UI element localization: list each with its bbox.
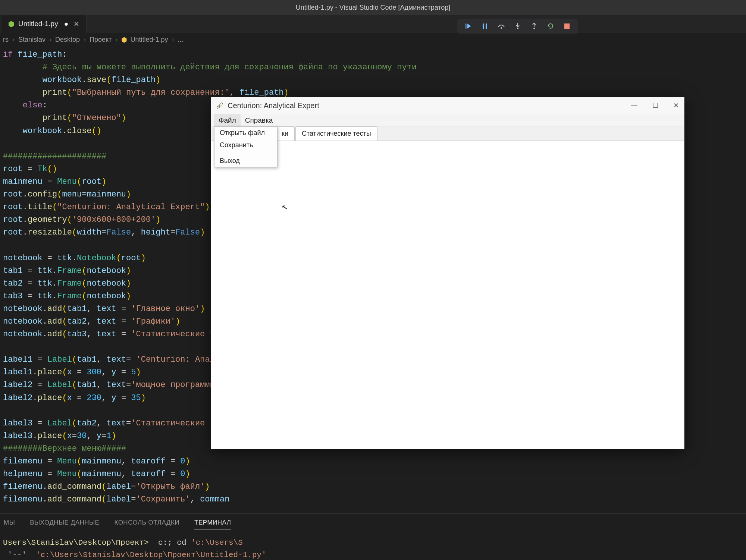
tk-tab-stats[interactable]: Статистические тесты: [295, 126, 377, 141]
debug-toolbar: [457, 19, 578, 34]
step-out-icon[interactable]: [530, 22, 538, 30]
minimize-icon[interactable]: —: [631, 101, 637, 110]
chevron-right-icon: ›: [115, 36, 117, 44]
tk-titlebar[interactable]: 🖋 Centurion: Analytical Expert — ☐ ✕: [211, 97, 684, 114]
panel-tabstrip: МЫ ВЫХОДНЫЕ ДАННЫЕ КОНСОЛЬ ОТЛАДКИ ТЕРМИ…: [0, 513, 746, 535]
tk-menu-separator: [215, 153, 276, 153]
tk-menuitem-exit[interactable]: Выход: [214, 155, 277, 167]
restart-icon[interactable]: [547, 22, 554, 30]
vscode-titlebar: Untitled-1.py - Visual Studio Code [Адми…: [0, 0, 746, 15]
chevron-right-icon: ›: [84, 36, 86, 44]
tk-window-title: Centurion: Analytical Expert: [228, 101, 319, 110]
crumb-file[interactable]: ⬢Untitled-1.py: [121, 36, 168, 44]
tab-dirty-indicator: ●: [64, 20, 68, 28]
close-icon[interactable]: ✕: [73, 20, 79, 28]
crumb-segment[interactable]: Desktop: [55, 36, 80, 44]
crumb-tail[interactable]: ...: [178, 36, 183, 44]
svg-rect-6: [564, 23, 570, 29]
editor-tab-untitled[interactable]: ⬢ Untitled-1.py ● ✕: [1, 15, 87, 33]
svg-point-3: [501, 27, 502, 29]
panel-tab-debug-console[interactable]: КОНСОЛЬ ОТЛАДКИ: [114, 519, 179, 529]
chevron-right-icon: ›: [172, 36, 174, 44]
step-into-icon[interactable]: [514, 22, 521, 30]
python-icon: ⬢: [121, 36, 127, 44]
panel-tab-terminal[interactable]: ТЕРМИНАЛ: [194, 519, 231, 529]
tk-feather-icon: 🖋: [216, 101, 224, 110]
tk-tab-partial[interactable]: ки: [275, 126, 295, 141]
svg-rect-2: [486, 23, 487, 29]
tk-tab-content: [211, 141, 684, 449]
tkinter-app-window[interactable]: 🖋 Centurion: Analytical Expert — ☐ ✕ Фай…: [211, 97, 684, 449]
tk-menu-file[interactable]: Файл: [214, 114, 241, 126]
tk-menuitem-save[interactable]: Сохранить: [214, 139, 277, 151]
crumb-segment[interactable]: Stanislav: [18, 36, 46, 44]
stop-icon[interactable]: [563, 22, 571, 30]
pause-icon[interactable]: [481, 22, 489, 30]
chevron-right-icon: ›: [49, 36, 51, 44]
crumb-segment[interactable]: rs: [3, 36, 9, 44]
panel-tab-output[interactable]: ВЫХОДНЫЕ ДАННЫЕ: [30, 519, 99, 529]
tk-menubar: Файл Справка: [211, 114, 684, 126]
tk-menu-help[interactable]: Справка: [241, 114, 278, 126]
panel-tab-problems[interactable]: МЫ: [4, 519, 15, 529]
terminal-pane[interactable]: Users\Stanislav\Desktop\Проект> c:; cd '…: [0, 535, 746, 560]
tk-notebook-tabs: ки Статистические тесты: [211, 126, 684, 141]
maximize-icon[interactable]: ☐: [652, 101, 658, 110]
svg-rect-0: [466, 23, 466, 29]
svg-rect-1: [483, 23, 484, 29]
crumb-segment[interactable]: Проект: [90, 36, 112, 44]
svg-point-4: [517, 28, 518, 29]
editor-tabstrip: ⬢ Untitled-1.py ● ✕: [0, 15, 746, 33]
tab-filename: Untitled-1.py: [18, 20, 58, 28]
continue-icon[interactable]: [465, 22, 472, 30]
python-icon: ⬢: [8, 20, 15, 28]
step-over-icon[interactable]: [498, 22, 505, 30]
close-icon[interactable]: ✕: [673, 101, 679, 110]
tk-menuitem-open[interactable]: Открыть файл: [214, 127, 277, 139]
chevron-right-icon: ›: [12, 36, 15, 44]
tk-file-dropdown: Открыть файл Сохранить Выход: [214, 126, 278, 167]
breadcrumb[interactable]: rs› Stanislav› Desktop› Проект› ⬢Untitle…: [0, 33, 746, 46]
svg-point-5: [533, 28, 535, 29]
window-title: Untitled-1.py - Visual Studio Code [Адми…: [296, 4, 451, 12]
